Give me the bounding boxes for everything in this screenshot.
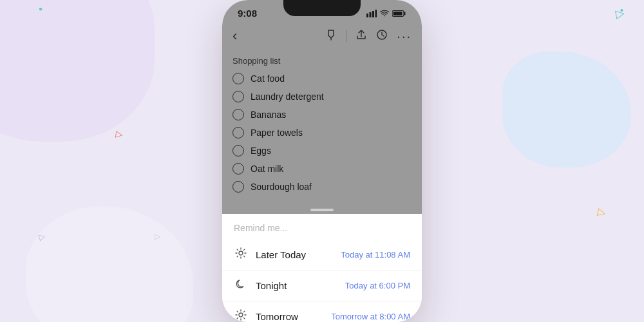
remind-options-list: Later Today Today at 11:08 AM Tonight To…: [222, 240, 422, 322]
svg-line-23: [237, 311, 238, 312]
remind-item-left: Tonight: [234, 278, 287, 293]
list-item-checkbox[interactable]: [232, 109, 244, 120]
phone-notch: [283, 0, 361, 16]
remind-label-1: Tonight: [256, 280, 287, 291]
phone-frame: 9:08 ‹: [222, 0, 422, 322]
deco-arrow-extra: ▷: [155, 232, 160, 241]
remind-time-1: Today at 6:00 PM: [345, 281, 410, 290]
svg-line-25: [237, 317, 238, 318]
nav-bar: ‹ ···: [222, 24, 422, 51]
list-item-text: Cat food: [251, 73, 285, 84]
battery-icon: [392, 10, 406, 17]
svg-line-15: [243, 256, 244, 256]
deco-arrow-left-mid: ▷: [115, 128, 124, 140]
background-blob-2: [26, 206, 193, 322]
share-button[interactable]: [355, 29, 367, 44]
list-item[interactable]: Bananas: [232, 106, 412, 124]
list-title: Shopping list: [232, 56, 412, 66]
deco-arrow-top-right: ▷: [614, 6, 626, 21]
background-blob-1: [0, 0, 155, 142]
background-blob-3: [502, 52, 631, 167]
list-item[interactable]: Paper towels: [232, 124, 412, 142]
list-item[interactable]: Sourdough loaf: [232, 178, 412, 196]
back-button[interactable]: ‹: [232, 28, 237, 44]
list-item-text: Paper towels: [251, 128, 303, 138]
svg-rect-3: [375, 10, 377, 17]
nav-right: ···: [325, 29, 412, 44]
status-time: 9:08: [238, 8, 257, 19]
remind-option-1[interactable]: Tonight Today at 6:00 PM: [222, 270, 422, 301]
list-item-checkbox[interactable]: [232, 127, 244, 138]
remind-item-left: Later Today: [234, 247, 306, 262]
list-item[interactable]: Laundry detergent: [232, 88, 412, 106]
more-button[interactable]: ···: [397, 29, 412, 44]
list-item-checkbox[interactable]: [232, 181, 244, 193]
svg-line-16: [237, 256, 238, 256]
list-item-text: Bananas: [251, 109, 286, 120]
svg-point-18: [239, 313, 243, 317]
remind-icon-0: [234, 247, 248, 262]
list-item-checkbox[interactable]: [232, 73, 244, 84]
shopping-list-items: Cat food Laundry detergent Bananas Paper…: [232, 70, 412, 196]
list-item-checkbox[interactable]: [232, 163, 244, 175]
clock-button[interactable]: [376, 29, 388, 44]
remind-time-2: Tomorrow at 8:00 AM: [331, 312, 410, 321]
signal-icon: [366, 10, 377, 17]
list-item[interactable]: Oat milk: [232, 160, 412, 178]
remind-icon-1: [234, 278, 248, 293]
remind-label-2: Tomorrow: [256, 311, 298, 322]
deco-dot-green: ●: [39, 5, 43, 12]
deco-arrow-right-mid: ▷: [596, 205, 607, 219]
svg-rect-2: [372, 11, 374, 17]
remind-placeholder: Remind me...: [222, 214, 422, 240]
remind-option-0[interactable]: Later Today Today at 11:08 AM: [222, 240, 422, 270]
remind-time-0: Today at 11:08 AM: [341, 250, 410, 260]
list-item-text: Oat milk: [251, 164, 283, 174]
scroll-indicator: [222, 205, 422, 214]
wifi-icon: [380, 10, 389, 17]
remind-label-0: Later Today: [256, 249, 306, 260]
list-item-text: Eggs: [251, 146, 271, 156]
nav-divider: [346, 30, 346, 43]
scroll-pill: [310, 209, 334, 211]
list-item-text: Sourdough loaf: [251, 182, 312, 192]
list-item[interactable]: Cat food: [232, 70, 412, 88]
bookmark-button[interactable]: [325, 29, 337, 44]
list-item[interactable]: Eggs: [232, 142, 412, 160]
list-item-checkbox[interactable]: [232, 145, 244, 156]
nav-left: ‹: [232, 28, 237, 44]
remind-panel: Remind me... Later Today Today at 11:08 …: [222, 214, 422, 322]
remind-item-left: Tomorrow: [234, 309, 298, 322]
list-item-text: Laundry detergent: [251, 91, 324, 102]
svg-line-14: [237, 249, 238, 250]
deco-dot-top: •: [620, 5, 623, 15]
svg-point-9: [239, 251, 243, 255]
svg-line-26: [243, 311, 244, 312]
svg-rect-5: [404, 12, 406, 15]
svg-line-24: [243, 317, 244, 318]
deco-arrow-left-low: ▷: [37, 231, 47, 243]
svg-line-17: [243, 249, 244, 250]
remind-icon-2: [234, 309, 248, 322]
svg-rect-1: [370, 12, 372, 17]
remind-option-2[interactable]: Tomorrow Tomorrow at 8:00 AM: [222, 301, 422, 322]
status-icons: [366, 10, 406, 17]
svg-rect-6: [393, 12, 402, 15]
list-item-checkbox[interactable]: [232, 91, 244, 102]
svg-rect-0: [366, 14, 368, 17]
shopping-list-area: Shopping list Cat food Laundry detergent…: [222, 51, 422, 205]
